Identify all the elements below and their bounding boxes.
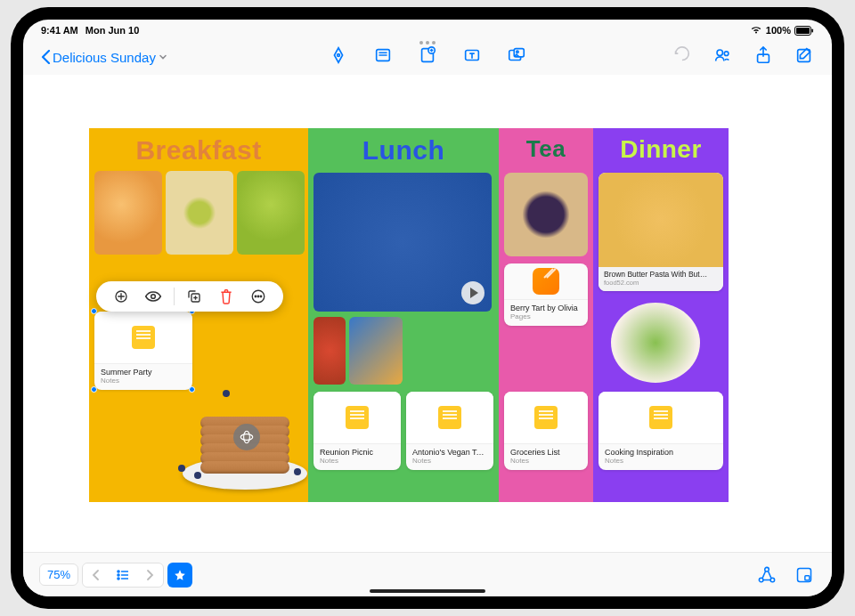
column-dinner: Dinner Brown Butter Pasta With But… food… xyxy=(593,128,729,502)
photo-olives[interactable] xyxy=(166,171,233,255)
file-subtitle: Notes xyxy=(605,457,717,465)
photo-fruit[interactable] xyxy=(314,317,346,385)
link-subtitle: food52.com xyxy=(604,279,718,287)
collaborate-button[interactable] xyxy=(712,45,732,69)
file-title: Groceries List xyxy=(510,448,582,457)
media-button[interactable] xyxy=(507,45,526,69)
column-title-tea: Tea xyxy=(499,128,593,168)
column-title-lunch: Lunch xyxy=(308,128,499,171)
nav-prev-button[interactable] xyxy=(83,569,110,581)
file-subtitle: Notes xyxy=(510,457,582,465)
file-card-reunion[interactable]: Reunion Picnic Notes xyxy=(314,392,401,470)
selection-popover xyxy=(96,281,283,312)
canvas[interactable]: Breakfast Summer Party Notes xyxy=(23,75,832,552)
pages-icon xyxy=(533,268,559,295)
battery-icon xyxy=(794,25,814,36)
photo-tart[interactable] xyxy=(504,173,588,256)
play-icon[interactable] xyxy=(461,281,484,304)
status-bar: 9:41 AM Mon Jun 10 100% xyxy=(23,20,832,37)
column-tea: Tea Berry Tart by Olivia Pages Groceries… xyxy=(499,128,593,502)
svg-point-24 xyxy=(260,296,262,297)
ipad-frame: 9:41 AM Mon Jun 10 100% Delicious Sunday xyxy=(11,7,844,609)
svg-point-31 xyxy=(765,567,770,571)
popover-preview-button[interactable] xyxy=(142,285,165,308)
video-tacos-plate[interactable] xyxy=(314,173,492,312)
svg-rect-35 xyxy=(805,575,810,580)
file-subtitle: Notes xyxy=(101,377,186,385)
pen-tool-button[interactable] xyxy=(329,45,348,69)
status-time: 9:41 AM xyxy=(41,25,78,36)
popover-delete-button[interactable] xyxy=(215,285,238,308)
column-title-dinner: Dinner xyxy=(593,128,729,169)
minimap-button[interactable] xyxy=(793,563,816,587)
file-subtitle: Notes xyxy=(412,457,487,465)
notes-icon xyxy=(438,406,461,429)
svg-point-23 xyxy=(257,296,259,297)
board-title: Delicious Sunday xyxy=(53,50,156,65)
status-date: Mon Jun 10 xyxy=(86,25,140,36)
file-title: Reunion Picnic xyxy=(320,448,395,457)
add-file-button[interactable] xyxy=(418,45,437,69)
column-lunch: Lunch Reunion Picnic Notes xyxy=(308,128,499,502)
compose-button[interactable] xyxy=(794,45,814,69)
popover-duplicate-button[interactable] xyxy=(183,285,206,308)
notes-icon xyxy=(132,326,155,349)
file-card-berry-tart[interactable]: Berry Tart by Olivia Pages xyxy=(504,263,588,326)
photo-pasta xyxy=(598,173,723,267)
file-card-groceries[interactable]: Groceries List Notes xyxy=(504,392,588,470)
column-breakfast: Breakfast Summer Party Notes xyxy=(89,128,308,502)
photo-salad[interactable] xyxy=(611,303,700,383)
back-button[interactable]: Delicious Sunday xyxy=(41,50,168,65)
zoom-level-button[interactable]: 75% xyxy=(39,563,78,586)
svg-point-19 xyxy=(151,295,155,299)
svg-point-27 xyxy=(118,574,119,576)
file-title: Antonio's Vegan Tacos xyxy=(412,448,487,457)
file-subtitle: Notes xyxy=(320,457,395,465)
svg-point-3 xyxy=(338,54,340,57)
svg-point-33 xyxy=(770,578,775,582)
file-title: Berry Tart by Olivia xyxy=(510,304,582,312)
file-card-summer-party[interactable]: Summer Party Notes xyxy=(94,312,192,390)
svg-point-17 xyxy=(244,431,250,443)
chevron-down-icon[interactable] xyxy=(158,52,168,62)
board: Breakfast Summer Party Notes xyxy=(89,128,768,502)
home-indicator[interactable] xyxy=(370,589,485,593)
nav-next-button[interactable] xyxy=(136,569,163,581)
share-button[interactable] xyxy=(753,45,773,69)
spatial-badge-icon xyxy=(233,424,260,450)
svg-rect-1 xyxy=(796,28,810,34)
screen: 9:41 AM Mon Jun 10 100% Delicious Sunday xyxy=(23,20,832,596)
graph-view-button[interactable] xyxy=(755,563,778,587)
svg-point-16 xyxy=(240,434,253,441)
file-card-tacos[interactable]: Antonio's Vegan Tacos Notes xyxy=(406,392,493,470)
text-box-button[interactable] xyxy=(462,45,482,69)
popover-more-button[interactable] xyxy=(247,285,270,308)
nav-list-button[interactable] xyxy=(110,570,136,580)
wifi-icon xyxy=(750,25,762,36)
sticky-note-button[interactable] xyxy=(373,45,393,69)
svg-rect-2 xyxy=(812,29,814,33)
battery-percent: 100% xyxy=(766,25,791,36)
column-title-breakfast: Breakfast xyxy=(89,128,308,171)
photo-melon[interactable] xyxy=(94,171,162,255)
notes-icon xyxy=(649,406,672,429)
photo-juice[interactable] xyxy=(349,317,403,385)
link-title: Brown Butter Pasta With But… xyxy=(604,270,718,279)
undo-button[interactable] xyxy=(672,45,691,69)
favorites-button[interactable] xyxy=(167,563,192,588)
svg-point-29 xyxy=(118,578,119,580)
svg-point-12 xyxy=(717,50,722,55)
sticker-pancakes[interactable] xyxy=(178,379,312,495)
photo-grapes[interactable] xyxy=(237,171,305,255)
file-card-cooking[interactable]: Cooking Inspiration Notes xyxy=(598,392,723,470)
notes-icon xyxy=(534,406,558,429)
popover-inspect-button[interactable] xyxy=(110,285,133,308)
svg-point-13 xyxy=(724,52,729,56)
file-title: Summer Party xyxy=(101,368,186,377)
file-title: Cooking Inspiration xyxy=(605,448,717,457)
svg-point-25 xyxy=(118,571,119,572)
link-card-pasta[interactable]: Brown Butter Pasta With But… food52.com xyxy=(598,173,723,291)
svg-point-32 xyxy=(759,578,763,582)
multitask-indicator[interactable] xyxy=(419,41,436,45)
file-subtitle: Pages xyxy=(510,312,582,320)
